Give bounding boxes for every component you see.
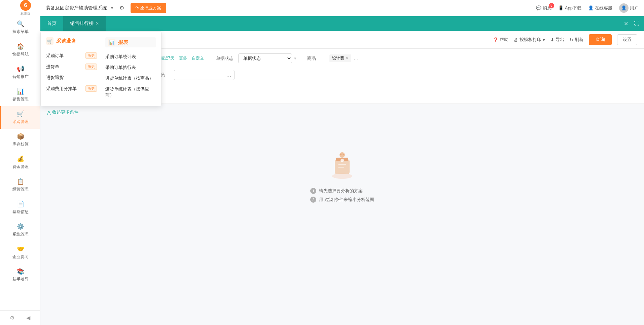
collapse-icon: ⋀ xyxy=(47,110,51,115)
tab-actions: ✕ ⛶ xyxy=(621,19,644,28)
sidebar-item-basic-info[interactable]: 📄 基础信息 xyxy=(0,196,40,219)
dropdown-item-stock-in[interactable]: 进货单 历史 xyxy=(46,61,97,72)
query-btn[interactable]: 查询 xyxy=(589,34,612,45)
dropdown-item-purchase-order[interactable]: 采购订单 历史 xyxy=(46,50,97,61)
dropdown-item-report-1[interactable]: 采购订单执行表 xyxy=(105,62,156,73)
purchase-col-icon: 🛒 xyxy=(46,37,53,45)
refresh-btn[interactable]: ↻ 刷新 xyxy=(570,37,583,43)
dropdown-item-report-0[interactable]: 采购订单统计表 xyxy=(105,51,156,62)
top-center: 装备及固定资产辅助管理系统 ▾ ⚙ 体验行业方案 xyxy=(46,3,536,13)
goods-filter: 商品 设计费 ✕ … xyxy=(307,54,397,62)
service-icon: 👤 xyxy=(588,5,594,10)
message-btn[interactable]: 💬 消息 5 xyxy=(536,5,551,11)
home-icon: 🏠 xyxy=(17,43,24,50)
salesperson-filter: 业务员 … xyxy=(152,70,235,80)
sidebar-item-guide[interactable]: 📚 新手引导 xyxy=(0,264,40,286)
app-download-btn[interactable]: 📱 App下载 xyxy=(558,5,581,11)
system-icon: ⚙️ xyxy=(17,223,24,230)
tip-num-2: 2 xyxy=(310,197,316,203)
logo-icon: 6 xyxy=(20,0,31,11)
export-btn[interactable]: ⬇ 导出 xyxy=(550,37,564,43)
sidebar-item-sales[interactable]: 📊 销售管理 xyxy=(0,84,40,106)
doc-status-select[interactable]: 单据状态 xyxy=(238,53,292,63)
sidebar-item-finance[interactable]: 💰 资金管理 xyxy=(0,151,40,174)
salesperson-input[interactable]: … xyxy=(174,70,235,80)
sidebar-bottom: ⚙ ◀ xyxy=(0,310,40,325)
collapse-btn[interactable]: ⋀ 收起更多条件 xyxy=(40,107,85,118)
sidebar-collapse-btn[interactable]: ◀ xyxy=(26,315,30,321)
empty-icon xyxy=(325,148,359,181)
tab-home[interactable]: 首页 xyxy=(40,16,63,31)
sidebar-item-quick-nav[interactable]: 🏠 快捷导航 xyxy=(0,39,40,61)
quick-date-more[interactable]: 更多 xyxy=(178,55,188,62)
avatar-icon: 👤 xyxy=(619,3,629,13)
history-badge-3: 历史 xyxy=(85,85,97,92)
export-icon: ⬇ xyxy=(550,37,554,42)
dropdown-item-stock-return[interactable]: 进货退货 xyxy=(46,72,97,83)
system-dropdown-btn[interactable]: ▾ xyxy=(111,6,113,10)
goods-value: 设计费 ✕ … xyxy=(329,54,397,62)
goods-tag-close[interactable]: ✕ xyxy=(346,56,349,60)
dropdown-menu: 🛒 采购业务 采购订单 历史 进货单 历史 进货退货 采购费用分摊单 历史 xyxy=(40,32,162,106)
goods-tag: 设计费 ✕ xyxy=(329,54,351,62)
sidebar-item-inventory[interactable]: 📦 库存核算 xyxy=(0,129,40,151)
sidebar-item-search[interactable]: 🔍 搜索菜单 xyxy=(0,16,40,39)
industry-btn[interactable]: 体验行业方案 xyxy=(131,3,166,13)
dropdown-col-purchase: 🛒 采购业务 采购订单 历史 进货单 历史 进货退货 采购费用分摊单 历史 xyxy=(46,37,97,100)
svg-rect-4 xyxy=(338,164,346,165)
sidebar-item-enterprise[interactable]: 🤝 企业协同 xyxy=(0,241,40,264)
print-dropdown-icon: ▾ xyxy=(543,37,545,42)
online-service-btn[interactable]: 👤 在线客服 xyxy=(588,5,612,11)
dropdown-item-report-2[interactable]: 进货单统计表（按商品） xyxy=(105,73,156,84)
tab-sales-rank[interactable]: 销售排行榜 ✕ xyxy=(63,16,106,31)
history-badge-1: 历史 xyxy=(85,64,97,70)
dropdown-item-report-3[interactable]: 进货单统计表（按供应商） xyxy=(105,84,156,100)
sidebar-settings-btn[interactable]: ⚙ xyxy=(10,315,14,321)
dropdown-cols: 🛒 采购业务 采购订单 历史 进货单 历史 进货退货 采购费用分摊单 历史 xyxy=(46,37,156,100)
print-btn[interactable]: 🖨 按模板打印 ▾ xyxy=(514,37,545,43)
tab-close-all-btn[interactable]: ✕ xyxy=(621,19,631,28)
report-col-icon: 📊 xyxy=(108,39,115,46)
top-bar: 6 标准版 装备及固定资产辅助管理系统 ▾ ⚙ 体验行业方案 💬 消息 5 📱 … xyxy=(0,0,644,16)
operations-icon: 📋 xyxy=(17,178,24,185)
phone-icon: 📱 xyxy=(558,5,564,10)
sidebar-item-operations[interactable]: 📋 经营管理 xyxy=(0,174,40,196)
svg-point-0 xyxy=(332,173,352,179)
tab-close-icon[interactable]: ✕ xyxy=(96,21,99,26)
sidebar-item-system[interactable]: ⚙️ 系统管理 xyxy=(0,219,40,241)
tab-maximize-btn[interactable]: ⛶ xyxy=(632,19,641,28)
search-icon: 🔍 xyxy=(17,20,24,28)
dropdown-purchase-header: 🛒 采购业务 xyxy=(46,37,97,46)
history-badge-0: 历史 xyxy=(85,52,97,59)
settings-btn[interactable]: 设置 xyxy=(617,34,637,45)
salesperson-dots[interactable]: … xyxy=(226,72,231,78)
print-icon: 🖨 xyxy=(514,37,518,42)
doc-status-label: 单据状态 xyxy=(216,55,236,62)
tab-bar: 首页 销售排行榜 ✕ ✕ ⛶ xyxy=(40,16,644,31)
guide-icon: 📚 xyxy=(17,268,24,275)
quick-dates: 最近7天 更多 自定义 xyxy=(159,55,206,62)
help-btn[interactable]: ❓ 帮助 xyxy=(493,37,508,43)
empty-state: 1 请先选择要分析的方案 2 用[过滤]条件来缩小分析范围 xyxy=(40,121,644,230)
doc-status-filter: 单据状态 单据状态 ▾ xyxy=(216,53,296,63)
system-settings-btn[interactable]: ⚙ xyxy=(117,3,127,13)
goods-dots-btn[interactable]: … xyxy=(353,55,359,62)
message-badge: 5 xyxy=(549,3,554,8)
dropdown-divider xyxy=(101,37,101,100)
user-avatar[interactable]: 👤 用户 xyxy=(619,3,639,13)
empty-tips: 1 请先选择要分析的方案 2 用[过滤]条件来缩小分析范围 xyxy=(310,188,374,203)
sales-icon: 📊 xyxy=(17,88,24,95)
dropdown-item-purchase-expense[interactable]: 采购费用分摊单 历史 xyxy=(46,83,97,94)
sidebar-item-marketing[interactable]: 📢 营销推广 xyxy=(0,61,40,84)
sidebar-item-purchase[interactable]: 🛒 采购管理 xyxy=(0,106,40,129)
refresh-icon: ↻ xyxy=(570,37,573,42)
inventory-icon: 📦 xyxy=(17,133,24,140)
quick-date-custom[interactable]: 自定义 xyxy=(190,55,205,62)
svg-rect-5 xyxy=(338,167,344,168)
logo-area: 6 标准版 xyxy=(5,0,46,16)
sidebar: 🔍 搜索菜单 🏠 快捷导航 📢 营销推广 📊 销售管理 🛒 采购管理 📦 库存核… xyxy=(0,16,40,325)
enterprise-icon: 🤝 xyxy=(17,245,24,253)
doc-status-dropdown-icon: ▾ xyxy=(294,56,296,61)
help-icon: ❓ xyxy=(493,37,498,42)
goods-label: 商品 xyxy=(307,55,327,62)
